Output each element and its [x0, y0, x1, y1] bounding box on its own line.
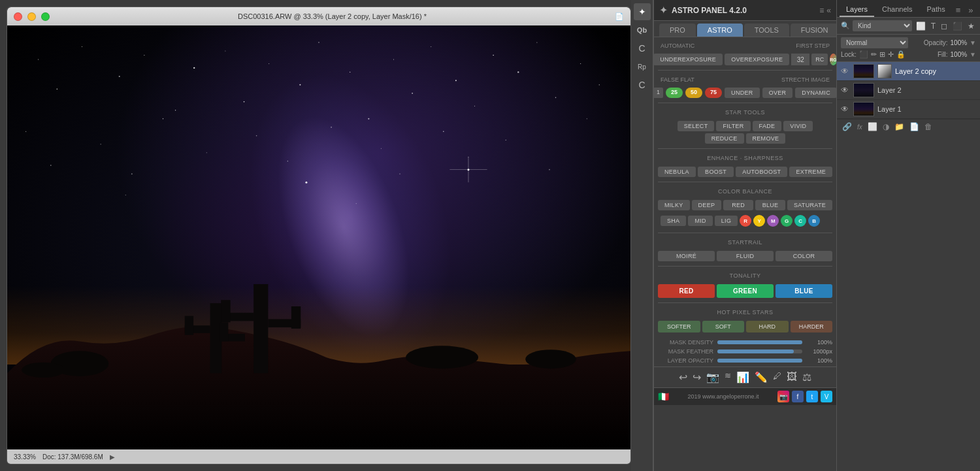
ton-green-button[interactable]: GREEN [717, 284, 774, 298]
pencil-icon[interactable]: ✏️ [753, 370, 769, 385]
pixel-icon[interactable]: ⬜ [915, 21, 927, 31]
redo-icon[interactable]: ↪ [691, 370, 702, 385]
layer-item-layer2copy[interactable]: 👁 Layer 2 copy [837, 62, 980, 81]
lock-position-icon[interactable]: ⬛ [859, 50, 868, 59]
milky-button[interactable]: MILKY [658, 200, 690, 210]
panel-collapse-icon[interactable]: « [826, 6, 831, 15]
circle-cyan[interactable]: C [794, 215, 806, 227]
shape-icon[interactable]: ◻ [939, 21, 949, 31]
mid-button[interactable]: MID [688, 216, 712, 226]
first-step-number[interactable]: 32 [791, 54, 809, 65]
visibility-layer1-icon[interactable]: 👁 [841, 105, 850, 114]
delete-layer-icon[interactable]: 🗑 [923, 122, 934, 132]
lock-move-icon[interactable]: ✛ [888, 50, 894, 59]
filter-icon[interactable]: ★ [966, 21, 976, 31]
red-cb-button[interactable]: RED [723, 200, 753, 210]
blend-mode-select[interactable]: Normal [841, 37, 908, 48]
twitter-icon[interactable]: t [806, 391, 818, 402]
code-icon[interactable]: ≋ [723, 370, 732, 385]
under-button[interactable]: UNDER [725, 88, 760, 98]
pill-75[interactable]: 75 [705, 88, 722, 98]
visibility-layer2copy-icon[interactable]: 👁 [841, 67, 850, 76]
maximize-button[interactable] [41, 12, 50, 21]
color-tool-icon[interactable]: C [634, 40, 651, 57]
circle-red[interactable]: R [740, 215, 751, 227]
facebook-icon[interactable]: f [792, 391, 804, 402]
pill-50[interactable]: 50 [685, 88, 702, 98]
vimeo-icon[interactable]: V [821, 391, 832, 402]
reduce-button[interactable]: REDUCE [705, 133, 744, 144]
gallery-icon[interactable]: 🖼 [785, 370, 798, 385]
nebula-button[interactable]: NEBULA [658, 167, 696, 177]
dynamic-button[interactable]: DYNAMIC [795, 88, 836, 98]
underexposure-button[interactable]: UNDEREXPOSURE [653, 54, 723, 65]
fade-button[interactable]: FADE [753, 121, 782, 131]
minimize-button[interactable] [27, 12, 36, 21]
kind-select[interactable]: Kind [853, 20, 912, 31]
lig-button[interactable]: LIG [715, 216, 738, 226]
tab-astro[interactable]: ASTRO [697, 24, 743, 37]
smart-icon[interactable]: ⬛ [951, 21, 964, 31]
tab-channels[interactable]: Channels [875, 3, 919, 17]
moire-button[interactable]: MOIRÉ [658, 251, 715, 261]
fluid-button[interactable]: FLUID [717, 251, 774, 261]
saturate-button[interactable]: SATURATE [787, 200, 832, 210]
tab-tools[interactable]: TOOLS [744, 24, 789, 37]
extreme-button[interactable]: EXTREME [789, 167, 832, 177]
rg-circle[interactable]: RG [830, 54, 836, 65]
sha-button[interactable]: SHA [661, 216, 686, 226]
soft-button[interactable]: SOFT [702, 321, 745, 333]
mask-feather-track[interactable] [717, 349, 802, 353]
undo-icon[interactable]: ↩ [678, 370, 689, 385]
select-button[interactable]: SELECT [678, 121, 715, 131]
new-group-icon[interactable]: 📁 [893, 122, 906, 132]
fill-value[interactable]: 100% [951, 51, 968, 58]
circle-yellow[interactable]: Y [753, 215, 765, 227]
pill-25[interactable]: 25 [666, 88, 683, 98]
lock-all-icon[interactable]: 🔒 [896, 50, 906, 59]
exposure-tool-icon[interactable]: Qb [634, 22, 651, 39]
tab-pro[interactable]: PRO [659, 24, 696, 37]
boost-button[interactable]: BOOST [698, 167, 734, 177]
overexposure-button[interactable]: OVEREXPOSURE [725, 54, 789, 65]
mask-density-track[interactable] [717, 340, 802, 344]
layer-item-layer2[interactable]: 👁 Layer 2 [837, 81, 980, 100]
clone-tool-icon[interactable]: C [634, 76, 651, 93]
ton-red-button[interactable]: RED [658, 284, 715, 298]
circle-green[interactable]: G [781, 215, 792, 227]
autoboost-button[interactable]: AUTOBOOST [736, 167, 787, 177]
ton-blue-button[interactable]: BLUE [776, 284, 832, 298]
balance-icon[interactable]: ⚖ [801, 370, 813, 385]
deep-button[interactable]: DEEP [692, 200, 722, 210]
fill-arrow-icon[interactable]: ▼ [970, 51, 976, 58]
retouching-tool-icon[interactable]: Rp [634, 58, 651, 75]
harder-button[interactable]: HARDER [791, 321, 833, 333]
opacity-arrow-icon[interactable]: ▼ [970, 39, 976, 46]
layers-panel-menu-icon[interactable]: ≡ [953, 5, 964, 15]
tab-layers[interactable]: Layers [840, 3, 874, 17]
add-mask-icon[interactable]: ⬜ [866, 122, 879, 132]
vivid-button[interactable]: VIVID [783, 121, 813, 131]
over-button[interactable]: OVER [762, 88, 793, 98]
panel-menu-icon[interactable]: ≡ [819, 6, 824, 15]
astropanel-icon[interactable]: ✦ [634, 3, 651, 20]
blue-cb-button[interactable]: BLUE [755, 200, 785, 210]
instagram-icon[interactable]: 📷 [777, 391, 789, 402]
link-layers-icon[interactable]: 🔗 [841, 122, 853, 132]
fx-button[interactable]: fx [856, 123, 864, 131]
camera-icon[interactable]: 📷 [705, 370, 721, 385]
hard-button[interactable]: HARD [746, 321, 789, 333]
visibility-layer2-icon[interactable]: 👁 [841, 86, 850, 95]
tab-paths[interactable]: Paths [921, 3, 952, 17]
circle-magenta[interactable]: M [767, 215, 779, 227]
lock-artboard-icon[interactable]: ⊞ [879, 50, 885, 59]
layers-collapse-icon[interactable]: » [966, 5, 975, 15]
tab-fusion[interactable]: FUSION [791, 24, 836, 37]
filter-button[interactable]: FILTER [716, 121, 750, 131]
adjustment-icon[interactable]: T [930, 21, 937, 31]
opacity-value[interactable]: 100% [951, 39, 968, 46]
close-button[interactable] [14, 12, 22, 21]
rc-button[interactable]: RC [811, 54, 828, 65]
layer-opacity-track[interactable] [717, 359, 802, 363]
brush-icon[interactable]: 🖊 [772, 370, 783, 385]
